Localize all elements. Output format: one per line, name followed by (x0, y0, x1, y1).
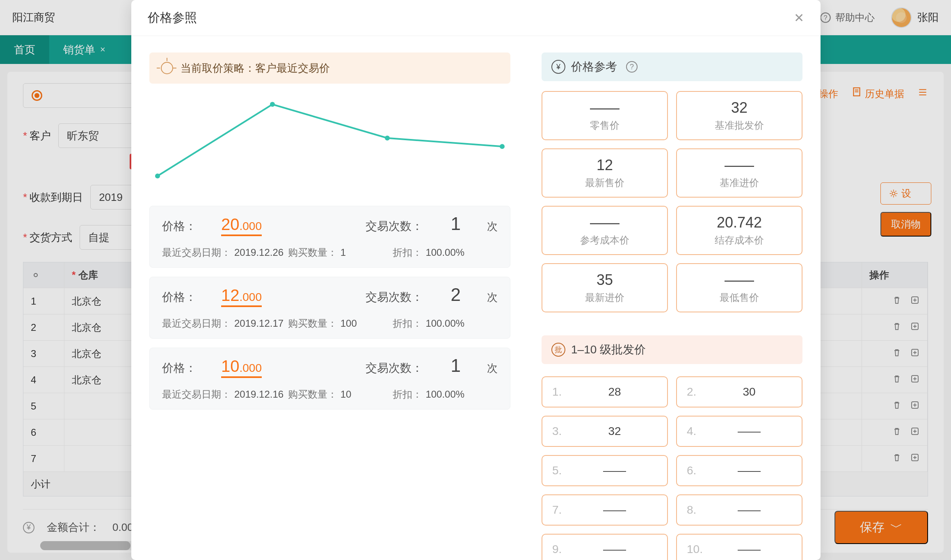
tier-value: —— (706, 503, 792, 517)
discount: 折扣：100.00% (393, 246, 498, 259)
price-ref-label: 基准进价 (720, 176, 759, 189)
price-ref-label: 最新进价 (585, 291, 624, 304)
times-label: 交易次数： (366, 360, 423, 376)
tier-value: 32 (572, 425, 657, 438)
modal-right-column: ¥ 价格参考 ? ——零售价32基准批发价12最新售价——基准进价——参考成本价… (542, 52, 802, 560)
price-ref-card[interactable]: ——参考成本价 (542, 206, 668, 255)
discount: 折扣：100.00% (393, 388, 498, 401)
pricing-strategy-banner: 当前取价策略：客户最近交易价 (149, 52, 510, 84)
price-ref-value: —— (590, 214, 620, 231)
buy-qty: 购买数量：1 (288, 246, 393, 259)
tier-value: 28 (572, 385, 657, 398)
svg-point-36 (270, 102, 275, 107)
price-label: 价格： (162, 289, 197, 305)
tier-index: 1. (552, 385, 572, 398)
price-value: 10.000 (221, 357, 262, 378)
price-trend-chart (149, 88, 510, 197)
currency-icon: ¥ (551, 60, 565, 74)
wholesale-tier[interactable]: 6.—— (676, 455, 802, 486)
tier-value: —— (572, 503, 657, 517)
buy-qty: 购买数量：100 (288, 317, 393, 330)
tier-index: 8. (687, 503, 706, 517)
price-ref-value: —— (725, 271, 754, 289)
tier-index: 7. (552, 503, 572, 517)
price-ref-value: —— (590, 99, 620, 116)
wholesale-header: 批 1–10 级批发价 (542, 335, 802, 364)
times-label: 交易次数： (366, 219, 423, 234)
modal-title: 价格参照 (148, 9, 197, 26)
price-ref-label: 最新售价 (585, 176, 624, 189)
wholesale-tier[interactable]: 9.—— (542, 534, 668, 560)
times-value: 1 (451, 214, 461, 234)
price-ref-label: 基准批发价 (715, 119, 764, 132)
close-icon[interactable]: ✕ (794, 11, 804, 25)
buy-qty: 购买数量：10 (288, 388, 393, 401)
tier-value: 30 (706, 385, 792, 398)
price-ref-value: 20.742 (717, 214, 762, 231)
price-value: 20.000 (221, 215, 262, 236)
price-ref-value: 32 (731, 99, 748, 116)
price-ref-value: 12 (597, 157, 613, 174)
transaction-card[interactable]: 价格：12.000交易次数：2次最近交易日期：2019.12.17购买数量：10… (149, 277, 510, 339)
discount: 折扣：100.00% (393, 317, 498, 330)
wholesale-tier[interactable]: 3.32 (542, 416, 668, 447)
price-value: 12.000 (221, 286, 262, 307)
tier-value: —— (572, 464, 657, 477)
price-ref-card[interactable]: ——基准进价 (676, 148, 802, 198)
transaction-card[interactable]: 价格：20.000交易次数：1次最近交易日期：2019.12.26购买数量：1折… (149, 206, 510, 268)
price-ref-value: 35 (597, 271, 613, 289)
help-icon[interactable]: ? (626, 61, 638, 73)
last-date: 最近交易日期：2019.12.17 (162, 317, 288, 330)
wholesale-tier[interactable]: 7.—— (542, 494, 668, 526)
tier-index: 3. (552, 425, 572, 438)
price-label: 价格： (162, 360, 197, 376)
lightbulb-icon (161, 62, 173, 74)
price-ref-card[interactable]: 20.742结存成本价 (676, 206, 802, 255)
wholesale-tier[interactable]: 10.—— (676, 534, 802, 560)
price-ref-card[interactable]: 35最新进价 (542, 263, 668, 312)
price-reference-modal: 价格参照 ✕ 当前取价策略：客户最近交易价 价格：20.000交易次数：1次最近… (131, 0, 821, 560)
tier-index: 2. (687, 385, 706, 398)
price-ref-label: 最低售价 (720, 291, 759, 304)
tier-value: —— (706, 464, 792, 477)
tier-value: —— (572, 543, 657, 556)
modal-left-column: 当前取价策略：客户最近交易价 价格：20.000交易次数：1次最近交易日期：20… (149, 52, 510, 410)
times-value: 1 (451, 355, 461, 376)
price-ref-label: 结存成本价 (715, 234, 764, 247)
wholesale-tier[interactable]: 1.28 (542, 376, 668, 407)
svg-point-35 (155, 173, 160, 178)
last-date: 最近交易日期：2019.12.16 (162, 388, 288, 401)
price-ref-card[interactable]: ——零售价 (542, 91, 668, 140)
tier-index: 9. (552, 543, 572, 556)
wholesale-icon: 批 (551, 343, 565, 357)
last-date: 最近交易日期：2019.12.26 (162, 246, 288, 259)
price-label: 价格： (162, 219, 197, 234)
tier-value: —— (706, 425, 792, 438)
price-ref-value: —— (725, 157, 754, 174)
transaction-card[interactable]: 价格：10.000交易次数：1次最近交易日期：2019.12.16购买数量：10… (149, 348, 510, 410)
price-reference-header: ¥ 价格参考 ? (542, 52, 802, 81)
price-ref-card[interactable]: 12最新售价 (542, 148, 668, 198)
wholesale-tier[interactable]: 4.—— (676, 416, 802, 447)
tier-index: 5. (552, 464, 572, 477)
svg-point-38 (500, 144, 505, 149)
price-ref-label: 参考成本价 (580, 234, 629, 247)
tier-index: 6. (687, 464, 706, 477)
tier-index: 4. (687, 425, 706, 438)
times-label: 交易次数： (366, 289, 423, 305)
tier-index: 10. (687, 543, 706, 556)
price-ref-card[interactable]: 32基准批发价 (676, 91, 802, 140)
wholesale-tier[interactable]: 5.—— (542, 455, 668, 486)
tier-value: —— (706, 543, 792, 556)
wholesale-tier[interactable]: 2.30 (676, 376, 802, 407)
times-value: 2 (451, 285, 461, 305)
price-ref-card[interactable]: ——最低售价 (676, 263, 802, 312)
wholesale-tier[interactable]: 8.—— (676, 494, 802, 526)
svg-point-37 (385, 136, 390, 141)
price-ref-label: 零售价 (590, 119, 620, 132)
